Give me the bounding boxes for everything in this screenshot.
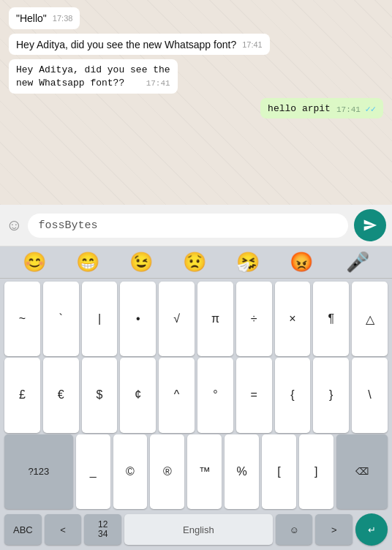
- key-rbrace[interactable]: }: [313, 358, 349, 432]
- key-trademark[interactable]: ™: [187, 434, 222, 509]
- chat-area: "Hello" 17:38 Hey Aditya, did you see th…: [0, 0, 392, 205]
- key-rbracket[interactable]: ]: [299, 434, 333, 509]
- key-pi[interactable]: π: [197, 282, 233, 356]
- input-area: ☺: [0, 205, 392, 246]
- key-abc[interactable]: ABC: [4, 514, 42, 545]
- key-space[interactable]: English: [124, 514, 273, 545]
- bubble-received: "Hello" 17:38: [9, 7, 80, 29]
- message-row: Hey Aditya, did you see thenew Whatsapp …: [9, 59, 383, 93]
- key-delta[interactable]: △: [352, 282, 388, 356]
- message-input[interactable]: [28, 214, 348, 238]
- key-lbrace[interactable]: {: [275, 358, 311, 432]
- key-caret[interactable]: ^: [159, 358, 195, 432]
- message-text: hello arpit: [268, 103, 331, 114]
- bubble-sent: hello arpit 17:41 ✓✓: [260, 98, 383, 119]
- message-time: 17:41 ✓✓: [336, 104, 376, 116]
- key-numbers-grid[interactable]: 1234: [84, 514, 121, 545]
- key-less-than[interactable]: <: [45, 514, 82, 545]
- emoji-button[interactable]: ☺: [6, 216, 22, 235]
- key-lbracket[interactable]: [: [262, 434, 296, 509]
- key-pipe[interactable]: |: [82, 282, 118, 356]
- key-degree[interactable]: °: [197, 358, 233, 432]
- emoji-grin[interactable]: 😁: [61, 251, 114, 274]
- keyboard-row-3: ?123 _ © ® ™ % [ ] ⌫: [4, 434, 388, 509]
- key-copyright[interactable]: ©: [113, 434, 148, 509]
- key-greater-than[interactable]: >: [315, 514, 353, 545]
- key-emoji-smiley[interactable]: ☺: [276, 514, 313, 545]
- message-text: "Hello": [16, 12, 47, 24]
- emoji-wink[interactable]: 😉: [114, 251, 167, 274]
- key-registered[interactable]: ®: [150, 434, 184, 509]
- key-percent[interactable]: %: [225, 434, 259, 509]
- message-row: "Hello" 17:38: [9, 7, 383, 29]
- key-pilcrow[interactable]: ¶: [313, 282, 349, 356]
- keyboard-row-1: ~ ` | • √ π ÷ × ¶ △: [4, 282, 388, 356]
- bubble-received: Hey Aditya, did you see the new Whatsapp…: [9, 34, 270, 56]
- read-ticks: ✓✓: [366, 105, 376, 115]
- message-time: 17:38: [53, 13, 73, 24]
- keyboard: ~ ` | • √ π ÷ × ¶ △ £ € $ ¢ ^ ° = { } \ …: [0, 279, 392, 511]
- delete-key[interactable]: ⌫: [336, 434, 388, 509]
- key-backslash[interactable]: \: [352, 358, 388, 432]
- message-row: hello arpit 17:41 ✓✓: [9, 98, 383, 119]
- emoji-row: 😊 😁 😉 😟 🤧 😡 🎤: [0, 246, 392, 279]
- message-time: 17:41: [146, 78, 170, 89]
- emoji-sad[interactable]: 😟: [167, 251, 221, 274]
- key-backtick[interactable]: `: [43, 282, 79, 356]
- mic-icon[interactable]: 🎤: [331, 251, 385, 274]
- key-bullet[interactable]: •: [120, 282, 156, 356]
- key-euro[interactable]: €: [43, 358, 79, 432]
- bubble-received-mono: Hey Aditya, did you see thenew Whatsapp …: [9, 59, 178, 93]
- key-enter[interactable]: ↵: [355, 513, 388, 546]
- key-tilde[interactable]: ~: [4, 282, 40, 356]
- emoji-smiley[interactable]: 😊: [7, 251, 61, 274]
- message-text: Hey Aditya, did you see the new Whatsapp…: [16, 39, 236, 50]
- key-underscore[interactable]: _: [76, 434, 110, 509]
- emoji-angry[interactable]: 😡: [275, 251, 328, 274]
- key-divide[interactable]: ÷: [236, 282, 272, 356]
- send-button[interactable]: [354, 209, 386, 241]
- message-row: Hey Aditya, did you see the new Whatsapp…: [9, 34, 383, 56]
- key-dollar[interactable]: $: [82, 358, 118, 432]
- key-equals[interactable]: =: [236, 358, 272, 432]
- key-cent[interactable]: ¢: [120, 358, 156, 432]
- key-sqrt[interactable]: √: [159, 282, 195, 356]
- key-num-toggle[interactable]: ?123: [4, 434, 73, 509]
- message-time: 17:41: [242, 39, 263, 50]
- send-icon: [363, 218, 377, 233]
- key-pound[interactable]: £: [4, 358, 40, 432]
- keyboard-row-2: £ € $ ¢ ^ ° = { } \: [4, 358, 388, 432]
- bottom-row: ABC < 1234 English ☺ > ↵: [0, 511, 392, 550]
- key-multiply[interactable]: ×: [275, 282, 311, 356]
- emoji-sick[interactable]: 🤧: [222, 251, 275, 274]
